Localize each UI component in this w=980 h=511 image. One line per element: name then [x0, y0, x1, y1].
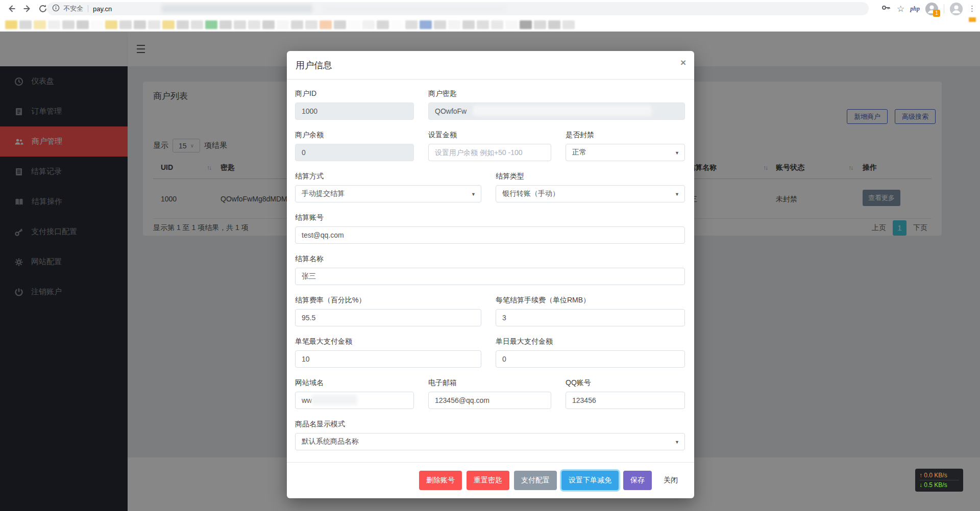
bookmark-blur [234, 20, 246, 29]
bookmark-blur [377, 20, 389, 29]
bookmark-blur [262, 20, 275, 29]
product-mode-label: 商品名显示模式 [295, 420, 685, 429]
bookmarks-bar[interactable] [0, 17, 980, 32]
settle-method-value: 手动提交结算 [302, 189, 345, 198]
balance-label: 商户余额 [295, 131, 414, 140]
settle-rate-label: 结算费率（百分比%） [295, 296, 481, 305]
bookmark-blur [148, 20, 160, 29]
max-single-label: 单笔最大支付金额 [295, 337, 481, 346]
max-daily-field[interactable] [496, 350, 685, 368]
browser-toolbar: 不安全 pay.cn ☆ php 1 ⋮ [0, 0, 980, 17]
save-button[interactable]: 保存 [623, 471, 652, 490]
caret-down-icon: ▼ [471, 192, 476, 197]
caret-down-icon: ▼ [675, 192, 679, 197]
set-amount-field[interactable] [428, 144, 551, 161]
bookmark-blur [119, 20, 132, 29]
domain-label: 网站域名 [295, 378, 414, 388]
caret-down-icon: ▼ [675, 440, 679, 445]
settle-fee-field[interactable] [496, 309, 685, 326]
bookmark-blur [562, 20, 575, 29]
bookmark-blur [362, 20, 375, 29]
domain-blur [311, 395, 357, 405]
bookmark-blur [405, 20, 418, 29]
product-mode-select[interactable]: 默认系统商品名称 ▼ [295, 433, 685, 450]
bookmark-blur [91, 20, 103, 29]
bookmark-blur [177, 20, 189, 29]
bookmark-blur [277, 20, 289, 29]
info-icon[interactable] [52, 4, 60, 14]
bookmark-blur [491, 20, 503, 29]
bookmark-blur [248, 20, 260, 29]
upload-speed: ↑ 0.0 KB/s [919, 471, 959, 480]
bookmark-blur [548, 20, 560, 29]
bookmark-blur [348, 20, 360, 29]
bookmark-blur [334, 20, 346, 29]
settle-account-label: 结算账号 [295, 213, 685, 222]
divider [944, 4, 944, 13]
qq-field[interactable] [566, 392, 685, 409]
php-extension-icon[interactable]: php [910, 5, 920, 13]
address-bar[interactable]: 不安全 pay.cn [47, 2, 869, 15]
settle-method-label: 结算方式 [295, 172, 481, 181]
extension-avatar-icon[interactable]: 1 [925, 3, 938, 15]
max-daily-label: 单日最大支付金额 [496, 337, 685, 346]
screen: 不安全 pay.cn ☆ php 1 ⋮ [0, 0, 980, 511]
bookmark-blur [191, 20, 203, 29]
close-button[interactable]: 关闭 [656, 471, 685, 490]
ban-status-select[interactable]: 正常 ▼ [566, 144, 685, 161]
ban-status-label: 是否封禁 [566, 131, 685, 140]
max-single-field[interactable] [295, 350, 481, 368]
email-field[interactable] [428, 392, 551, 409]
order-discount-button[interactable]: 设置下单减免 [561, 471, 619, 490]
bookmark-blur [477, 20, 489, 29]
bookmark-star-icon[interactable]: ☆ [897, 4, 904, 14]
net-speed-widget: ↑ 0.0 KB/s ↓ 0.5 KB/s [915, 469, 963, 492]
reset-secret-button[interactable]: 重置密匙 [467, 471, 509, 490]
bookmark-blur [5, 20, 17, 29]
settle-type-select[interactable]: 银行转账（手动） ▼ [496, 185, 685, 202]
extension-badge: 1 [933, 10, 940, 17]
bookmark-blur [434, 20, 446, 29]
pay-config-button[interactable]: 支付配置 [514, 471, 557, 490]
bookmark-blur [520, 20, 532, 29]
secret-blur [473, 106, 652, 116]
security-label: 不安全 [63, 4, 83, 13]
delete-account-button[interactable]: 删除账号 [419, 471, 462, 490]
caret-down-icon: ▼ [675, 150, 679, 156]
email-label: 电子邮箱 [428, 378, 551, 388]
chrome-menu-icon[interactable]: ⋮ [968, 4, 976, 13]
bookmark-blur [48, 20, 60, 29]
password-key-icon[interactable] [881, 3, 891, 15]
bookmark-blur [420, 20, 432, 29]
settle-method-select[interactable]: 手动提交结算 ▼ [295, 185, 481, 202]
qq-label: QQ账号 [566, 378, 685, 388]
download-speed: ↓ 0.5 KB/s [919, 480, 959, 490]
bookmark-blur [134, 20, 146, 29]
bookmark-blur [320, 20, 332, 29]
settle-account-field[interactable] [295, 226, 685, 244]
bookmark-blur [219, 20, 232, 29]
modal-title: 用户信息 [296, 59, 332, 71]
url-text: pay.cn [93, 5, 112, 13]
close-icon[interactable]: × [680, 58, 686, 67]
bookmark-blur [105, 20, 117, 29]
balance-field [295, 144, 414, 161]
settle-type-label: 结算类型 [496, 172, 685, 181]
bookmark-blur [448, 20, 460, 29]
bookmark-blur [19, 20, 32, 29]
bookmark-blur [34, 20, 46, 29]
forward-icon[interactable] [21, 3, 34, 15]
divider [88, 5, 88, 12]
settle-rate-field[interactable] [295, 309, 481, 326]
settle-fee-label: 每笔结算手续费（单位RMB） [496, 296, 685, 305]
bookmark-blur [162, 20, 175, 29]
profile-avatar-icon[interactable] [950, 3, 963, 15]
bookmark-blur [291, 20, 303, 29]
set-amount-label: 设置金额 [428, 131, 551, 140]
bookmark-blur [534, 20, 546, 29]
merchant-id-label: 商户ID [295, 89, 414, 98]
settle-name-field[interactable] [295, 268, 685, 285]
back-icon[interactable] [5, 3, 17, 15]
settle-type-value: 银行转账（手动） [502, 189, 559, 198]
bookmark-blur [205, 20, 217, 29]
